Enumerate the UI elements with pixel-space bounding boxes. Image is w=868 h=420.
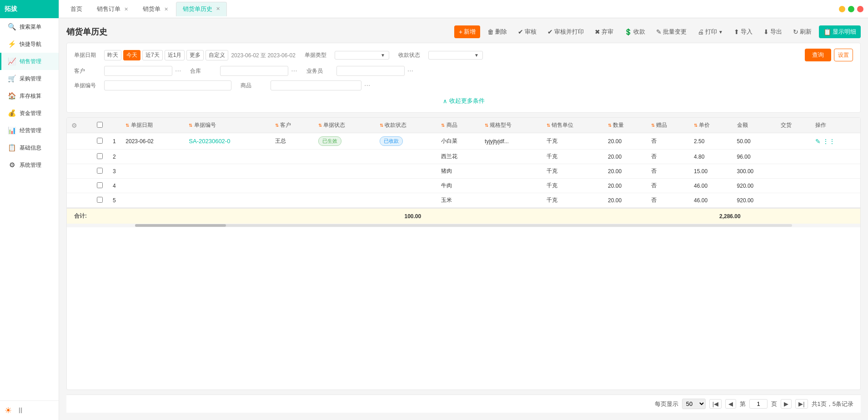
row-docno-cell[interactable]: SA-20230602-0 bbox=[184, 133, 271, 150]
row-checkbox[interactable] bbox=[97, 182, 103, 188]
col-unit[interactable]: ⇅ 销售单位 bbox=[542, 118, 603, 133]
tab-sales-order[interactable]: 销售订单 ✕ bbox=[90, 2, 135, 16]
date-btn-1month[interactable]: 近1月 bbox=[165, 50, 185, 60]
sort-icon: ⇅ bbox=[694, 123, 697, 128]
add-button[interactable]: + 新增 bbox=[454, 25, 480, 38]
row-checkbox-cell[interactable] bbox=[92, 164, 107, 179]
col-spec[interactable]: ⇅ 规格型号 bbox=[480, 118, 542, 133]
import-button[interactable]: ⬆ 导入 bbox=[730, 26, 756, 38]
row-paystatus-cell bbox=[375, 150, 437, 164]
row-docno-cell[interactable] bbox=[184, 179, 271, 193]
first-page-button[interactable]: |◀ bbox=[709, 399, 722, 409]
col-price[interactable]: ⇅ 单价 bbox=[689, 118, 733, 133]
goods-filter-group: 商品 ··· bbox=[241, 80, 370, 90]
agent-dots[interactable]: ··· bbox=[407, 67, 413, 75]
col-docno[interactable]: ⇅ 单据编号 bbox=[184, 118, 271, 133]
date-btn-yesterday[interactable]: 昨天 bbox=[104, 50, 121, 60]
collect-button[interactable]: 💲 收款 bbox=[621, 26, 649, 38]
close-button[interactable] bbox=[857, 6, 863, 12]
col-settings[interactable]: ⚙ bbox=[67, 118, 92, 133]
row-checkbox[interactable] bbox=[97, 138, 103, 144]
tab-delivery-history[interactable]: 销货单历史 ✕ bbox=[176, 2, 227, 16]
audit-button[interactable]: ✔ 审核 bbox=[514, 26, 540, 38]
settings-btn[interactable]: 设置 bbox=[834, 49, 853, 61]
sidebar-item-system-mgmt[interactable]: ⚙ 系统管理 bbox=[0, 156, 59, 174]
per-page-select[interactable]: 50 100 200 bbox=[682, 399, 706, 409]
batch-change-icon: ✎ bbox=[656, 28, 662, 35]
row-checkbox[interactable] bbox=[97, 197, 103, 203]
row-checkbox[interactable] bbox=[97, 168, 103, 174]
date-btn-7days[interactable]: 近7天 bbox=[142, 50, 163, 60]
date-btn-today[interactable]: 今天 bbox=[123, 50, 140, 60]
data-table-container: ⚙ ⇅ 单据日期 ⇅ 单据编号 ⇅ 客户 ⇅ 单据状态 ⇅ 收款状态 ⇅ 商品 … bbox=[66, 117, 861, 390]
show-detail-button[interactable]: 📋 显示明细 bbox=[819, 25, 861, 38]
goods-input[interactable] bbox=[271, 80, 361, 90]
row-docno-cell[interactable] bbox=[184, 164, 271, 179]
tab-home[interactable]: 首页 bbox=[64, 2, 89, 16]
row-spec-cell bbox=[480, 164, 542, 179]
docno-input[interactable] bbox=[104, 80, 231, 90]
sidebar-item-search-menu[interactable]: 🔍 搜索菜单 bbox=[0, 18, 59, 35]
row-checkbox-cell[interactable] bbox=[92, 133, 107, 150]
row-docno-cell[interactable] bbox=[184, 150, 271, 164]
print-button[interactable]: 🖨 打印 ▼ bbox=[694, 26, 727, 38]
date-btn-custom[interactable]: 自定义 bbox=[206, 50, 228, 60]
page-number-input[interactable] bbox=[749, 399, 768, 409]
row-checkbox-cell[interactable] bbox=[92, 150, 107, 164]
customer-filter-label: 客户 bbox=[74, 67, 101, 75]
tab-sales-order-close[interactable]: ✕ bbox=[124, 6, 128, 12]
agent-input[interactable] bbox=[336, 66, 405, 76]
col-action: 操作 bbox=[811, 118, 860, 133]
scrollbar-thumb[interactable] bbox=[135, 224, 226, 227]
minimize-button[interactable] bbox=[839, 6, 845, 12]
maximize-button[interactable] bbox=[848, 6, 854, 12]
sidebar-item-quick-nav[interactable]: ⚡ 快捷导航 bbox=[0, 35, 59, 53]
settings-icon[interactable]: ⚙ bbox=[71, 122, 77, 129]
delete-button[interactable]: 🗑 删除 bbox=[484, 26, 511, 38]
batch-change-button[interactable]: ✎ 批量变更 bbox=[652, 26, 690, 38]
warehouse-dots[interactable]: ··· bbox=[291, 67, 297, 75]
tab-delivery-history-close[interactable]: ✕ bbox=[216, 6, 220, 12]
sidebar-item-finance[interactable]: 💰 资金管理 bbox=[0, 105, 59, 122]
export-button[interactable]: ⬇ 导出 bbox=[760, 26, 786, 38]
sidebar-footer-icon1[interactable]: ☀ bbox=[5, 405, 12, 415]
customer-input[interactable] bbox=[104, 66, 172, 76]
payment-select[interactable]: ▼ bbox=[428, 51, 483, 60]
edit-icon[interactable]: ✎ bbox=[815, 138, 821, 145]
more-icon[interactable]: ⋮⋮ bbox=[823, 138, 835, 145]
customer-dots[interactable]: ··· bbox=[175, 67, 181, 75]
sidebar-item-purchase-mgmt[interactable]: 🛒 采购管理 bbox=[0, 70, 59, 87]
warehouse-input[interactable] bbox=[220, 66, 288, 76]
col-goods[interactable]: ⇅ 商品 bbox=[437, 118, 480, 133]
sidebar-item-inventory[interactable]: 🏠 库存核算 bbox=[0, 87, 59, 105]
sidebar-footer-icon2[interactable]: ⏸ bbox=[16, 406, 25, 415]
col-qty[interactable]: ⇅ 数量 bbox=[603, 118, 647, 133]
query-button[interactable]: 查询 bbox=[805, 49, 831, 61]
row-docno-cell[interactable] bbox=[184, 193, 271, 208]
col-paystatus[interactable]: ⇅ 收款状态 bbox=[375, 118, 437, 133]
next-page-button[interactable]: ▶ bbox=[781, 399, 792, 409]
prev-page-button[interactable]: ◀ bbox=[725, 399, 736, 409]
sidebar-item-basic-info[interactable]: 📋 基础信息 bbox=[0, 139, 59, 156]
col-gift[interactable]: ⇅ 赠品 bbox=[647, 118, 690, 133]
refresh-button[interactable]: ↻ 刷新 bbox=[789, 26, 815, 38]
type-select[interactable]: ▼ bbox=[335, 51, 389, 60]
tab-delivery[interactable]: 销货单 ✕ bbox=[136, 2, 175, 16]
tab-delivery-close[interactable]: ✕ bbox=[164, 6, 168, 12]
goods-dots[interactable]: ··· bbox=[364, 81, 370, 90]
col-date[interactable]: ⇅ 单据日期 bbox=[121, 118, 184, 133]
sidebar-item-sales-mgmt[interactable]: 📈 销售管理 bbox=[0, 53, 59, 70]
abandon-button[interactable]: ✖ 弃审 bbox=[591, 26, 617, 38]
row-checkbox[interactable] bbox=[97, 153, 103, 159]
row-checkbox-cell[interactable] bbox=[92, 193, 107, 208]
audit-print-button[interactable]: ✔ 审核并打印 bbox=[544, 26, 587, 38]
col-customer[interactable]: ⇅ 客户 bbox=[271, 118, 314, 133]
last-page-button[interactable]: ▶| bbox=[795, 399, 808, 409]
select-all-checkbox[interactable] bbox=[97, 122, 103, 128]
date-btn-more[interactable]: 更多 bbox=[186, 50, 204, 60]
collapse-button[interactable]: ∧ 收起更多条件 bbox=[74, 95, 853, 107]
col-docstatus[interactable]: ⇅ 单据状态 bbox=[314, 118, 375, 133]
row-checkbox-cell[interactable] bbox=[92, 179, 107, 193]
horizontal-scrollbar[interactable] bbox=[67, 224, 860, 227]
sidebar-item-operations[interactable]: 📊 经营管理 bbox=[0, 122, 59, 139]
